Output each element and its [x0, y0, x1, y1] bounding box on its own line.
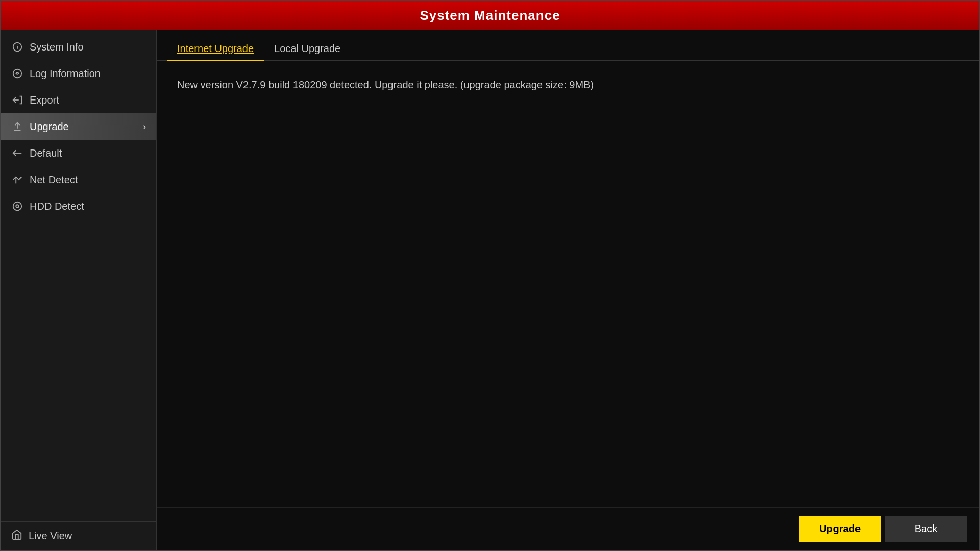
export-icon [11, 94, 23, 106]
content-body: New version V2.7.9 build 180209 detected… [157, 61, 979, 507]
sidebar-item-label: Log Information [30, 68, 101, 80]
sidebar-item-export[interactable]: Export [1, 87, 156, 113]
app-title: System Maintenance [420, 8, 560, 23]
tab-local-upgrade[interactable]: Local Upgrade [264, 38, 351, 61]
sidebar-item-label: Upgrade [30, 121, 69, 133]
svg-point-3 [13, 69, 22, 78]
live-view-icon [11, 529, 22, 543]
live-view-label: Live View [29, 530, 72, 542]
tab-internet-upgrade[interactable]: Internet Upgrade [167, 38, 264, 61]
upgrade-message: New version V2.7.9 build 180209 detected… [177, 76, 959, 93]
sidebar-item-default[interactable]: Default [1, 140, 156, 166]
upgrade-icon [11, 120, 23, 133]
sidebar-item-label: Export [30, 94, 59, 106]
content-area: Internet Upgrade Local Upgrade New versi… [157, 30, 979, 550]
chevron-right-icon: › [143, 121, 146, 132]
app-container: System Maintenance System Info [0, 0, 980, 551]
sidebar-footer-live-view[interactable]: Live View [1, 521, 156, 550]
upgrade-button[interactable]: Upgrade [799, 516, 881, 542]
log-icon [11, 67, 23, 80]
sidebar-item-label: System Info [30, 41, 84, 53]
title-bar: System Maintenance [1, 1, 979, 30]
main-content: System Info Log Information [1, 30, 979, 550]
sidebar-item-label: HDD Detect [30, 201, 84, 212]
sidebar-item-hdd-detect[interactable]: HDD Detect [1, 193, 156, 219]
sidebar-menu: System Info Log Information [1, 30, 156, 521]
net-detect-icon [11, 173, 23, 186]
sidebar-item-label: Net Detect [30, 174, 78, 186]
footer-buttons: Upgrade Back [157, 507, 979, 550]
sidebar-item-label: Default [30, 147, 62, 159]
info-icon [11, 41, 23, 53]
tabs: Internet Upgrade Local Upgrade [157, 30, 979, 61]
sidebar-item-net-detect[interactable]: Net Detect [1, 166, 156, 193]
hdd-detect-icon [11, 200, 23, 212]
svg-point-2 [17, 45, 18, 45]
svg-point-8 [13, 202, 22, 211]
default-icon [11, 147, 23, 159]
back-button[interactable]: Back [885, 516, 967, 542]
sidebar-item-system-info[interactable]: System Info [1, 34, 156, 60]
sidebar: System Info Log Information [1, 30, 157, 550]
sidebar-item-upgrade[interactable]: Upgrade › [1, 113, 156, 140]
sidebar-item-log-information[interactable]: Log Information [1, 60, 156, 87]
svg-point-9 [16, 205, 19, 208]
